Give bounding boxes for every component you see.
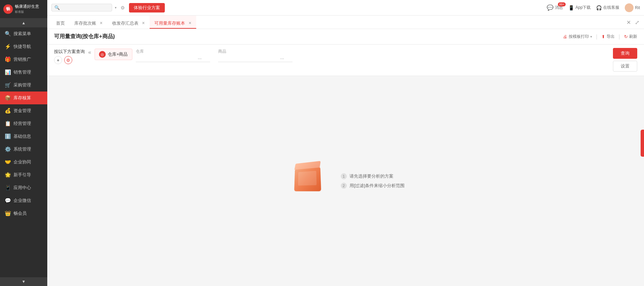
finance-mgmt-icon: 💰 <box>5 108 11 114</box>
sidebar-item-search[interactable]: 🔍 搜索菜单 <box>0 27 47 40</box>
box-face-graphic <box>298 171 316 185</box>
topbar-user-menu[interactable]: Rit <box>625 3 640 12</box>
app-center-icon: 📱 <box>5 185 11 191</box>
settings-button[interactable]: 设置 <box>613 61 637 72</box>
sidebar-item-label-inventory-calc: 库存核算 <box>14 95 31 101</box>
settings-gear-icon: ⚙ <box>66 58 70 63</box>
sidebar-item-sales-mgmt[interactable]: 📊 销售管理 <box>0 66 47 79</box>
sidebar-item-label-finance-mgmt: 资金管理 <box>14 108 31 114</box>
refresh-action[interactable]: ↻ 刷新 <box>624 34 637 40</box>
empty-state: 1 请先选择要分析的方案 2 用[过滤]条件来缩小分析范围 <box>47 76 644 286</box>
sidebar-scroll-up[interactable]: ▲ <box>0 19 47 27</box>
filter-scheme-selector[interactable]: ◎ 仓库+商品 <box>95 49 132 60</box>
sidebar-item-shortcut[interactable]: ⚡ 快捷导航 <box>0 40 47 53</box>
sidebar-item-enterprise-coop[interactable]: 🤝 企业协同 <box>0 156 47 168</box>
search-input[interactable] <box>61 5 105 10</box>
marketing-promo-icon: 🎁 <box>5 56 11 62</box>
tab-home[interactable]: 首页 <box>51 16 70 29</box>
message-icon: 💬 <box>547 4 553 11</box>
page-header: 可用量查询(按仓库+商品) 🖨 按模板打印 ▾ | ⬆ 导出 | ↻ 刷新 <box>47 29 644 45</box>
sidebar-item-vip-member[interactable]: 👑 畅会员 <box>0 207 47 220</box>
tab-receipt-summary[interactable]: 收发存汇总表 ✕ <box>107 16 150 29</box>
filter-collapse-btn[interactable]: « <box>88 49 91 55</box>
sidebar-item-app-center[interactable]: 📱 应用中心 <box>0 181 47 194</box>
tab-available-qty[interactable]: 可用量库存账本 ✕ <box>150 16 196 29</box>
tab-batch-ledger-close[interactable]: ✕ <box>100 21 103 25</box>
shortcut-icon: ⚡ <box>5 44 11 50</box>
tab-home-label: 首页 <box>56 20 65 26</box>
export-label: 导出 <box>607 34 615 40</box>
sidebar-item-ops-mgmt[interactable]: 📋 经营管理 <box>0 117 47 130</box>
goods-field-input[interactable]: ··· <box>218 55 292 62</box>
phone-icon: 📱 <box>568 5 574 10</box>
topbar-gear-icon[interactable]: ⚙ <box>119 4 126 12</box>
topbar-app-download[interactable]: 📱 App下载 <box>568 5 591 10</box>
inventory-calc-icon: 📦 <box>5 95 11 101</box>
enterprise-coop-icon: 🤝 <box>5 159 11 165</box>
filter-settings-btn[interactable]: ⚙ <box>64 56 72 64</box>
sidebar-item-basic-info[interactable]: ℹ️ 基础信息 <box>0 130 47 143</box>
sidebar-scroll-down[interactable]: ▼ <box>0 277 47 286</box>
tab-close-button[interactable]: ✕ <box>626 18 632 26</box>
tab-batch-ledger[interactable]: 库存批次账 ✕ <box>70 16 107 29</box>
query-btn-area: 查询 设置 <box>613 48 637 72</box>
print-action[interactable]: 🖨 按模板打印 ▾ <box>563 34 592 40</box>
filter-label: 按以下方案查询 <box>54 49 85 55</box>
empty-illustration <box>287 161 327 201</box>
sidebar-item-label-basic-info: 基础信息 <box>14 133 31 139</box>
empty-tip-1: 1 请先选择要分析的方案 <box>341 173 405 179</box>
sidebar-item-label-shortcut: 快捷导航 <box>14 44 31 50</box>
warehouse-field-label: 仓库 <box>136 49 210 54</box>
brand-badge: 标准版 <box>15 10 39 14</box>
tab-available-qty-close[interactable]: ✕ <box>188 21 191 25</box>
sidebar-item-marketing-promo[interactable]: 🎁 营销推广 <box>0 53 47 66</box>
topbar-online-service[interactable]: 🎧 在线客服 <box>596 5 619 10</box>
warehouse-dots-btn[interactable]: ··· <box>198 56 202 61</box>
topbar-messages[interactable]: 💬 消息 99+ <box>547 4 563 11</box>
industry-btn[interactable]: 体验行业方案 <box>129 3 165 12</box>
sidebar-item-purchase-mgmt[interactable]: 🛒 采购管理 <box>0 79 47 92</box>
sidebar-item-finance-mgmt[interactable]: 💰 资金管理 <box>0 104 47 117</box>
export-action[interactable]: ⬆ 导出 <box>601 34 615 40</box>
sidebar-item-inventory-calc[interactable]: 📦 库存核算 <box>0 92 47 104</box>
page-content: 可用量查询(按仓库+商品) 🖨 按模板打印 ▾ | ⬆ 导出 | ↻ 刷新 <box>47 29 644 286</box>
sidebar-item-label-marketing-promo: 营销推广 <box>14 56 31 62</box>
tip-1-text: 请先选择要分析的方案 <box>350 173 393 179</box>
scheme-icon: ◎ <box>99 51 106 58</box>
sidebar-item-enterprise-wechat[interactable]: 💬 企业微信 <box>0 194 47 207</box>
goods-input[interactable] <box>218 56 279 61</box>
topbar: 🔍 ▾ ⚙ 体验行业方案 💬 消息 99+ 📱 App下载 🎧 在线客服 Rit <box>47 0 644 16</box>
search-chevron-icon[interactable]: ▾ <box>115 6 117 9</box>
sidebar-item-label-new-guide: 新手引导 <box>14 172 31 178</box>
refresh-label: 刷新 <box>629 34 637 40</box>
goods-dots-btn[interactable]: ··· <box>280 56 284 61</box>
page-actions: 🖨 按模板打印 ▾ | ⬆ 导出 | ↻ 刷新 <box>563 34 637 40</box>
brand-logo: 畅 <box>3 4 13 14</box>
vip-member-icon: 👑 <box>5 210 11 216</box>
query-button[interactable]: 查询 <box>613 48 637 59</box>
tab-expand-button[interactable]: ⤢ <box>634 18 640 26</box>
topbar-search-box[interactable]: 🔍 <box>51 4 112 11</box>
warehouse-input[interactable] <box>136 56 197 61</box>
tabbar: 首页 库存批次账 ✕ 收发存汇总表 ✕ 可用量库存账本 ✕ ✕ ⤢ <box>47 16 644 29</box>
filter-add-btn[interactable]: + <box>54 56 62 64</box>
sidebar-item-new-guide[interactable]: 🌟 新手引导 <box>0 168 47 181</box>
main-content: 🔍 ▾ ⚙ 体验行业方案 💬 消息 99+ 📱 App下载 🎧 在线客服 Rit <box>47 0 644 286</box>
brand-title: 畅康通好生意 <box>15 4 39 9</box>
page-title: 可用量查询(按仓库+商品) <box>54 33 115 40</box>
user-name: Rit <box>635 5 640 10</box>
sidebar-item-label-enterprise-wechat: 企业微信 <box>14 198 31 204</box>
sidebar-item-label-system-mgmt: 系统管理 <box>14 146 31 152</box>
scheme-label: 仓库+商品 <box>108 51 128 57</box>
warehouse-field-input[interactable]: ··· <box>136 55 210 62</box>
filter-fields: 仓库 ··· 商品 ··· <box>136 49 610 62</box>
search-icon: 🔍 <box>5 31 11 37</box>
app-label: App下载 <box>575 5 591 10</box>
refresh-icon: ↻ <box>624 34 628 39</box>
print-chevron-icon[interactable]: ▾ <box>590 35 592 38</box>
sidebar-item-label-vip-member: 畅会员 <box>14 210 27 216</box>
tab-receipt-summary-close[interactable]: ✕ <box>142 21 145 25</box>
filter-area: 按以下方案查询 + ⚙ « ◎ 仓库+商品 仓库 <box>47 45 644 76</box>
sidebar: 畅 畅康通好生意 标准版 ▲ 🔍 搜索菜单 ⚡ 快捷导航 🎁 营销推广 📊 销售… <box>0 0 47 286</box>
sidebar-item-system-mgmt[interactable]: ⚙️ 系统管理 <box>0 143 47 156</box>
